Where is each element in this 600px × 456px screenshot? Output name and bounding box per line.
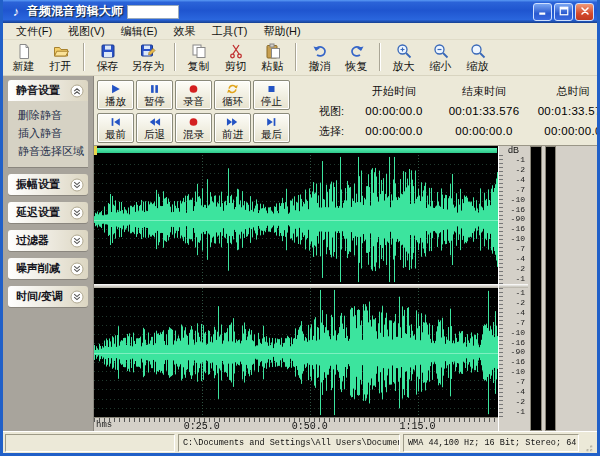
status-pane-empty bbox=[5, 434, 175, 452]
menu-file[interactable]: 文件(F) bbox=[9, 23, 59, 40]
loop-button[interactable]: 循环 bbox=[214, 80, 251, 110]
play-button[interactable]: 播放 bbox=[97, 80, 134, 110]
db-tick-label: -2 bbox=[515, 265, 525, 273]
open-label: 打开 bbox=[50, 59, 72, 73]
db-scale-channel-right: -1-2-4-7-10-16-90-16-10-7-4-2-1 bbox=[499, 288, 528, 417]
toolbar-separator bbox=[295, 43, 297, 71]
db-tick-label: -1 bbox=[515, 289, 525, 297]
chevron-down-icon[interactable] bbox=[70, 178, 84, 192]
zoom-in-button[interactable]: 放大 bbox=[385, 41, 422, 74]
db-tick-label: -2 bbox=[515, 299, 525, 307]
menu-help[interactable]: 帮助(H) bbox=[256, 23, 307, 40]
chevron-down-icon[interactable] bbox=[70, 206, 84, 220]
go-start-button[interactable]: 最前 bbox=[97, 113, 134, 143]
menu-edit[interactable]: 编辑(E) bbox=[114, 23, 165, 40]
db-tick-label: -7 bbox=[515, 245, 525, 253]
view-total-time: 00:01:33.576 bbox=[530, 105, 600, 117]
save-as-icon bbox=[140, 43, 156, 59]
waveform-channel-left[interactable] bbox=[94, 155, 498, 284]
status-bar: C:\Documents and Settings\All Users\Docu… bbox=[3, 431, 597, 453]
selection-total-time: 00:00:00.0 bbox=[530, 125, 600, 137]
sidebar-item-insert-silence[interactable]: 插入静音 bbox=[18, 124, 84, 142]
waveform-zone: hms 0:25.0 0:50.0 1:15.0 dB -1-2-4-7-10-… bbox=[94, 146, 600, 431]
panel-time-pitch: 时间/变调 bbox=[8, 286, 88, 307]
save-label: 保存 bbox=[97, 59, 119, 73]
chevron-down-icon[interactable] bbox=[70, 234, 84, 248]
db-tick-label: -2 bbox=[515, 398, 525, 406]
panel-header-delay[interactable]: 延迟设置 bbox=[8, 202, 88, 223]
new-button[interactable]: 新建 bbox=[5, 41, 42, 74]
zoom-fit-label: 缩放 bbox=[467, 59, 489, 73]
mix-record-button[interactable]: 混录 bbox=[175, 113, 212, 143]
header-start-time: 开始时间 bbox=[350, 84, 438, 99]
cut-button[interactable]: 剪切 bbox=[217, 41, 254, 74]
maximize-button[interactable] bbox=[554, 3, 573, 21]
title-bar[interactable]: ♪ 音频混音剪辑大师 bbox=[3, 0, 597, 23]
redo-icon bbox=[349, 43, 365, 59]
zoom-fit-button[interactable]: 缩放 bbox=[459, 41, 496, 74]
panel-filters: 过滤器 bbox=[8, 230, 88, 251]
zoom-out-icon bbox=[433, 43, 449, 59]
chevron-up-icon[interactable] bbox=[70, 84, 84, 98]
chevron-down-icon[interactable] bbox=[70, 290, 84, 304]
close-icon bbox=[579, 3, 591, 21]
record-button[interactable]: 录音 bbox=[175, 80, 212, 110]
cut-icon bbox=[228, 43, 244, 59]
menu-bar: 文件(F) 视图(V) 编辑(E) 效果 工具(T) 帮助(H) bbox=[3, 23, 597, 40]
db-tick-label: -2 bbox=[515, 166, 525, 174]
new-label: 新建 bbox=[13, 59, 35, 73]
chevron-down-icon[interactable] bbox=[70, 262, 84, 276]
stop-button[interactable]: 停止 bbox=[253, 80, 290, 110]
selection-end-time: 00:00:00.0 bbox=[438, 125, 530, 137]
save-button[interactable]: 保存 bbox=[89, 41, 126, 74]
undo-button[interactable]: 撤消 bbox=[301, 41, 338, 74]
panel-header-filters[interactable]: 过滤器 bbox=[8, 230, 88, 251]
copy-button[interactable]: 复制 bbox=[180, 41, 217, 74]
sidebar-item-delete-silence[interactable]: 删除静音 bbox=[18, 106, 84, 124]
copy-label: 复制 bbox=[188, 59, 210, 73]
panel-header-time-pitch[interactable]: 时间/变调 bbox=[8, 286, 88, 307]
toolbar-separator bbox=[379, 43, 381, 71]
copy-icon bbox=[191, 43, 207, 59]
forward-button[interactable]: 前进 bbox=[214, 113, 251, 143]
pause-button[interactable]: 暂停 bbox=[136, 80, 173, 110]
rewind-button[interactable]: 后退 bbox=[136, 113, 173, 143]
panel-header-amplitude[interactable]: 振幅设置 bbox=[8, 174, 88, 195]
db-tick-label: -7 bbox=[515, 319, 525, 327]
playhead-marker[interactable] bbox=[94, 146, 97, 155]
save-as-button[interactable]: 另存为 bbox=[126, 41, 170, 74]
overview-seek-bar[interactable] bbox=[94, 146, 498, 155]
view-end-time: 00:01:33.576 bbox=[438, 105, 530, 117]
db-tick-label: -7 bbox=[515, 186, 525, 194]
minimize-button[interactable] bbox=[533, 3, 552, 21]
db-tick-label: -90 bbox=[511, 215, 525, 223]
go-end-label: 最后 bbox=[261, 128, 282, 140]
close-button[interactable] bbox=[575, 3, 594, 21]
sidebar-item-silence-selection[interactable]: 静音选择区域 bbox=[18, 142, 84, 160]
go-end-icon bbox=[265, 116, 278, 128]
db-tick-label: -16 bbox=[511, 339, 525, 347]
forward-icon bbox=[226, 116, 239, 128]
menu-tools[interactable]: 工具(T) bbox=[204, 23, 254, 40]
open-button[interactable]: 打开 bbox=[42, 41, 79, 74]
zoom-out-button[interactable]: 缩小 bbox=[422, 41, 459, 74]
panel-title: 延迟设置 bbox=[16, 205, 60, 220]
resize-grip-icon[interactable] bbox=[582, 440, 595, 453]
maximize-icon bbox=[558, 3, 570, 21]
go-end-button[interactable]: 最后 bbox=[253, 113, 290, 143]
db-tick-label: -1 bbox=[515, 275, 525, 283]
zoom-fit-icon bbox=[470, 43, 486, 59]
menu-effects[interactable]: 效果 bbox=[166, 23, 202, 40]
new-file-icon bbox=[16, 43, 32, 59]
paste-button[interactable]: 粘贴 bbox=[254, 41, 291, 74]
panel-header-silence[interactable]: 静音设置 bbox=[8, 80, 88, 101]
play-icon bbox=[109, 83, 122, 95]
redo-button[interactable]: 恢复 bbox=[338, 41, 375, 74]
waveform-channel-right[interactable] bbox=[94, 288, 498, 417]
menu-view[interactable]: 视图(V) bbox=[61, 23, 112, 40]
zoom-in-icon bbox=[396, 43, 412, 59]
db-tick-label: -1 bbox=[515, 408, 525, 416]
panel-header-noise[interactable]: 噪声削减 bbox=[8, 258, 88, 279]
timeline-ruler[interactable]: hms 0:25.0 0:50.0 1:15.0 bbox=[94, 417, 498, 431]
toolbar-separator bbox=[83, 43, 85, 71]
